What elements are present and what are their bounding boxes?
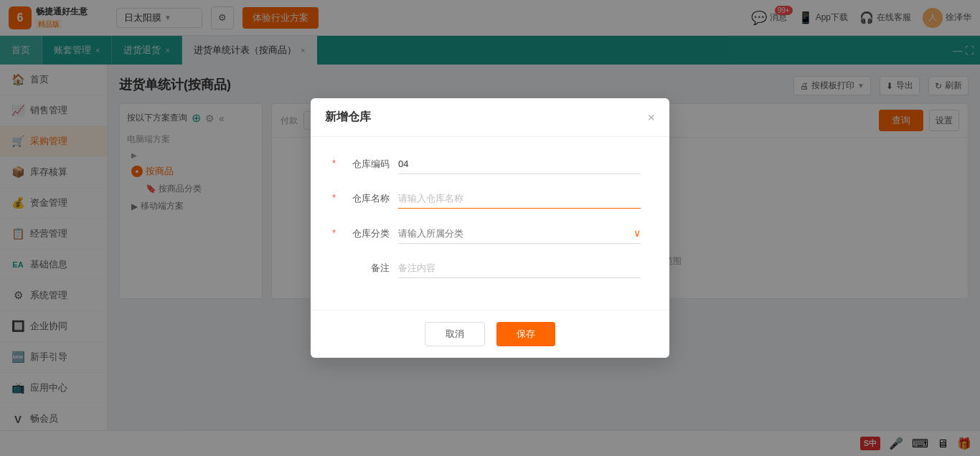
field-note-label: 备注: [339, 262, 390, 275]
cancel-button[interactable]: 取消: [425, 322, 485, 346]
form-row-name: 仓库名称: [339, 189, 641, 209]
warehouse-name-input[interactable]: [398, 189, 641, 209]
category-dropdown-icon: ∨: [633, 227, 641, 239]
warehouse-code-input[interactable]: [398, 154, 641, 174]
save-button[interactable]: 保存: [496, 322, 555, 346]
field-code-label: 仓库编码: [339, 158, 390, 171]
modal-title: 新增仓库: [325, 110, 371, 125]
field-category-label: 仓库分类: [339, 227, 390, 240]
add-warehouse-modal: 新增仓库 × 仓库编码 仓库名称 仓库分类 ∨: [311, 98, 669, 358]
modal-footer: 取消 保存: [311, 310, 669, 358]
form-row-category: 仓库分类 ∨: [339, 223, 641, 244]
field-name-label: 仓库名称: [339, 192, 390, 205]
modal-close-icon[interactable]: ×: [647, 111, 655, 124]
modal-overlay: 新增仓库 × 仓库编码 仓库名称 仓库分类 ∨: [0, 0, 980, 456]
modal-body: 仓库编码 仓库名称 仓库分类 ∨ 备注: [311, 137, 669, 310]
modal-header: 新增仓库 ×: [311, 98, 669, 137]
note-input[interactable]: [398, 258, 641, 278]
form-row-code: 仓库编码: [339, 154, 641, 174]
category-input[interactable]: [398, 228, 633, 239]
warehouse-category-select[interactable]: ∨: [398, 223, 641, 244]
form-row-note: 备注: [339, 258, 641, 278]
